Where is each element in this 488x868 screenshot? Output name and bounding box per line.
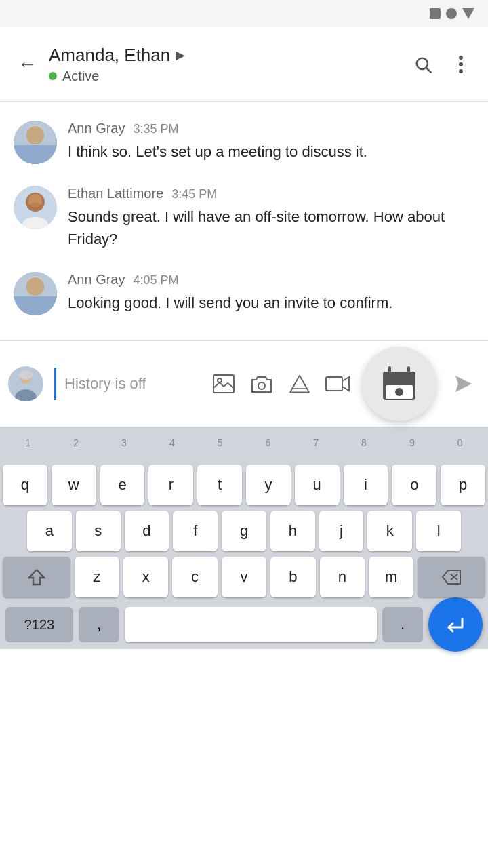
numbers-key[interactable]: ?123 (5, 607, 73, 642)
comma-key-label: , (97, 616, 101, 633)
more-options-button[interactable] (445, 48, 477, 81)
svg-point-21 (28, 276, 43, 287)
message-text: I think so. Let's set up a meeting to di… (68, 140, 474, 163)
shift-icon (28, 568, 45, 586)
calendar-button[interactable] (362, 347, 436, 421)
messages-area: Ann Gray 3:35 PM I think so. Let's set u… (0, 102, 488, 340)
key-n[interactable]: n (320, 557, 365, 597)
svg-point-2 (459, 56, 463, 60)
svg-rect-10 (28, 130, 31, 137)
key-q[interactable]: q (3, 465, 47, 505)
message-header: Ann Gray 3:35 PM (68, 121, 474, 136)
key-p[interactable]: p (441, 465, 485, 505)
key-g[interactable]: g (222, 511, 266, 551)
key-i[interactable]: i (344, 465, 388, 505)
input-toolbar-row: History is off (0, 340, 488, 427)
ethan-lattimore-avatar-img (14, 186, 57, 229)
svg-marker-31 (290, 376, 309, 393)
message-time: 3:35 PM (133, 122, 178, 136)
status-icon-wifi (462, 8, 474, 19)
status-bar (0, 0, 488, 27)
key-t[interactable]: t (197, 465, 242, 505)
key-x[interactable]: x (123, 557, 168, 597)
key-u[interactable]: 7 (292, 427, 340, 459)
ann-gray-avatar-img (14, 121, 57, 164)
message-content: Ann Gray 3:35 PM I think so. Let's set u… (68, 121, 474, 163)
enter-key[interactable] (428, 597, 483, 652)
svg-point-27 (19, 370, 33, 380)
drive-icon (289, 374, 310, 393)
message-input[interactable]: History is off (54, 368, 199, 400)
svg-rect-36 (383, 377, 415, 382)
key-r[interactable]: r (148, 465, 193, 505)
svg-marker-32 (293, 376, 307, 389)
key-k[interactable]: k (367, 511, 412, 551)
video-button[interactable] (324, 370, 351, 397)
shift-key[interactable] (3, 557, 70, 597)
key-p[interactable]: 0 (436, 427, 484, 459)
camera-icon (251, 374, 272, 393)
back-button[interactable]: ← (11, 48, 43, 81)
key-b[interactable]: b (270, 557, 315, 597)
drive-button[interactable] (286, 370, 313, 397)
key-f[interactable]: f (173, 511, 218, 551)
key-v[interactable]: v (222, 557, 266, 597)
message-content: Ethan Lattimore 3:45 PM Sounds great. I … (68, 186, 474, 250)
svg-point-8 (29, 127, 41, 139)
key-d[interactable]: d (125, 511, 169, 551)
key-e[interactable]: e (100, 465, 145, 505)
key-j[interactable]: j (319, 511, 364, 551)
svg-line-1 (426, 68, 430, 72)
key-a[interactable]: a (27, 511, 72, 551)
key-u[interactable]: u (295, 465, 340, 505)
key-y[interactable]: 6 (244, 427, 292, 459)
key-o[interactable]: o (392, 465, 436, 505)
conversation-name: Amanda, Ethan (49, 45, 170, 66)
key-o[interactable]: 9 (388, 427, 436, 459)
message-time: 4:05 PM (133, 273, 178, 288)
key-e[interactable]: 3 (100, 427, 148, 459)
key-w[interactable]: w (52, 465, 96, 505)
key-w[interactable]: 2 (52, 427, 100, 459)
current-user-avatar (8, 366, 43, 401)
calendar-float (362, 347, 436, 421)
key-s[interactable]: s (76, 511, 121, 551)
key-t[interactable]: 5 (196, 427, 244, 459)
camera-button[interactable] (248, 370, 275, 397)
sender-name: Ann Gray (68, 121, 125, 136)
message-row: Ann Gray 4:05 PM Looking good. I will se… (0, 264, 488, 329)
message-time: 3:45 PM (171, 187, 217, 201)
svg-point-20 (29, 278, 41, 290)
key-q[interactable]: 1 (4, 427, 52, 459)
keyboard-row-1: q w e r t y u i o p (0, 462, 488, 508)
key-m[interactable]: m (369, 557, 413, 597)
period-key[interactable]: . (382, 607, 423, 642)
key-r[interactable]: 4 (148, 427, 196, 459)
key-i[interactable]: 8 (340, 427, 388, 459)
search-button[interactable] (407, 48, 439, 81)
key-y[interactable]: y (246, 465, 291, 505)
space-key[interactable] (125, 607, 377, 642)
header: ← Amanda, Ethan ▶ Active (0, 27, 488, 102)
message-header: Ann Gray 4:05 PM (68, 272, 474, 288)
input-placeholder-text: History is off (64, 375, 146, 393)
attach-image-button[interactable] (210, 370, 237, 397)
svg-rect-28 (214, 375, 234, 393)
name-expand-icon[interactable]: ▶ (176, 47, 185, 62)
svg-point-30 (258, 382, 265, 389)
video-icon (325, 375, 350, 393)
status-icon-signal (446, 8, 457, 19)
key-c[interactable]: c (172, 557, 217, 597)
send-button[interactable] (447, 368, 480, 400)
key-h[interactable]: h (270, 511, 315, 551)
key-z[interactable]: z (75, 557, 119, 597)
comma-key[interactable]: , (79, 607, 119, 642)
svg-point-9 (28, 125, 43, 136)
keyboard: 1 2 3 4 5 6 7 8 9 0 q w e r t y u i o p … (0, 427, 488, 649)
svg-point-16 (30, 203, 41, 210)
ann-gray-avatar-img2 (14, 272, 57, 315)
svg-point-18 (26, 278, 44, 296)
backspace-key[interactable] (418, 557, 485, 597)
key-l[interactable]: l (416, 511, 461, 551)
svg-point-3 (459, 62, 463, 66)
